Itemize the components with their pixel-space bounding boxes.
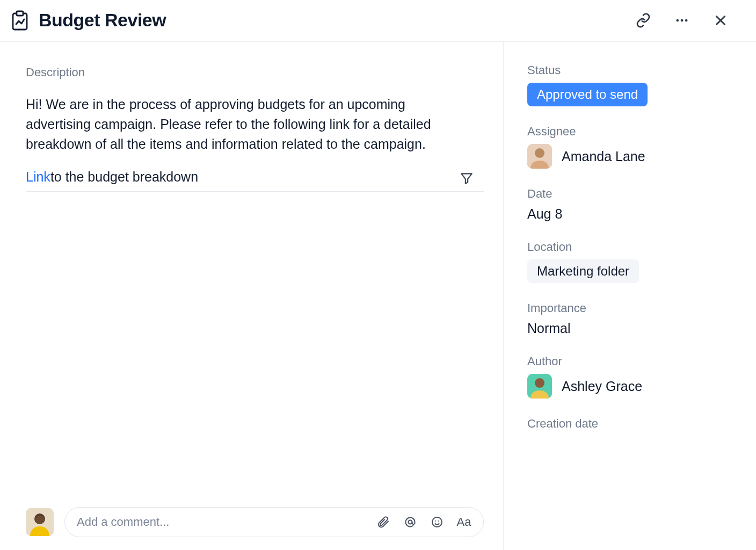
topbar: Budget Review (0, 0, 756, 42)
field-author: Author Ashley Grace (527, 354, 732, 399)
author-row[interactable]: Ashley Grace (527, 374, 732, 399)
svg-rect-1 (17, 11, 23, 16)
field-date: Date Aug 8 (527, 187, 732, 222)
body: Description Hi! We are in the process of… (0, 42, 756, 550)
close-button[interactable] (711, 11, 730, 30)
assignee-label: Assignee (527, 125, 732, 139)
svg-point-7 (35, 516, 44, 524)
link-line-rest: to the budget breakdown (50, 169, 198, 185)
task-detail-dialog: Budget Review Description Hi! We are in … (0, 0, 756, 550)
status-label: Status (527, 63, 732, 77)
description-body: Hi! We are in the process of approving b… (26, 95, 455, 154)
sidebar: Status Approved to send Assignee Amanda … (504, 42, 756, 550)
main-panel: Description Hi! We are in the process of… (0, 42, 504, 550)
comment-bar: Aa (26, 507, 484, 537)
comment-toolbar: Aa (376, 515, 471, 530)
date-value[interactable]: Aug 8 (527, 206, 732, 222)
mention-icon[interactable] (403, 515, 418, 530)
avatar-author (527, 374, 552, 399)
attach-icon[interactable] (376, 515, 391, 530)
field-assignee: Assignee Amanda Lane (527, 125, 732, 169)
assignee-row[interactable]: Amanda Lane (527, 144, 732, 169)
status-badge[interactable]: Approved to send (527, 83, 648, 106)
document-icon (11, 10, 29, 31)
field-creation-date: Creation date (527, 417, 732, 431)
importance-value[interactable]: Normal (527, 321, 732, 336)
link-line: Link to the budget breakdown (26, 169, 484, 185)
location-chip[interactable]: Marketing folder (527, 259, 639, 283)
avatar-assignee (527, 144, 552, 169)
topbar-left: Budget Review (11, 10, 166, 31)
svg-point-8 (409, 520, 412, 524)
importance-label: Importance (527, 301, 732, 315)
copy-link-button[interactable] (634, 11, 653, 30)
svg-point-4 (685, 19, 688, 21)
emoji-icon[interactable] (430, 515, 445, 530)
svg-point-9 (432, 517, 442, 527)
svg-point-10 (435, 520, 436, 522)
creation-date-label: Creation date (527, 417, 732, 431)
page-title: Budget Review (39, 10, 166, 31)
svg-point-3 (681, 19, 684, 21)
topbar-actions (634, 11, 730, 30)
comment-input-wrap[interactable]: Aa (64, 507, 484, 537)
divider-row (26, 187, 484, 192)
location-label: Location (527, 240, 732, 254)
filter-button[interactable] (457, 169, 476, 188)
author-name: Ashley Grace (562, 379, 642, 394)
svg-point-2 (677, 19, 679, 21)
field-importance: Importance Normal (527, 301, 732, 336)
section-divider (26, 191, 484, 192)
description-label: Description (26, 66, 484, 79)
more-menu-button[interactable] (672, 11, 692, 30)
field-status: Status Approved to send (527, 63, 732, 106)
svg-point-11 (438, 520, 439, 522)
formatting-icon[interactable]: Aa (456, 515, 471, 530)
assignee-name: Amanda Lane (562, 149, 645, 164)
svg-point-13 (535, 148, 544, 158)
svg-point-15 (535, 378, 544, 388)
current-user-avatar (26, 508, 54, 536)
date-label: Date (527, 187, 732, 201)
field-location: Location Marketing folder (527, 240, 732, 283)
comment-input[interactable] (77, 515, 376, 529)
author-label: Author (527, 354, 732, 368)
budget-breakdown-link[interactable]: Link (26, 169, 50, 185)
